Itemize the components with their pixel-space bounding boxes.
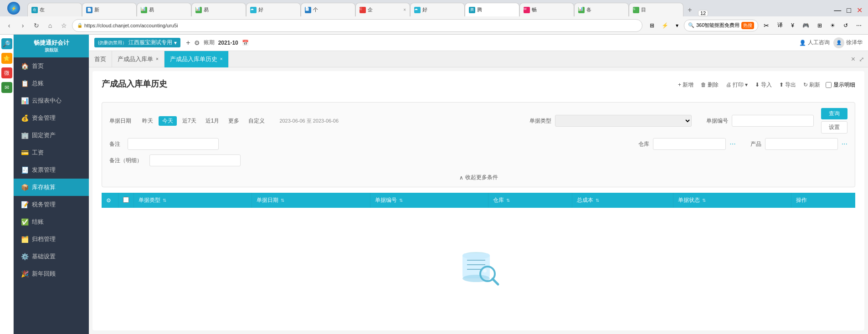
tab-10[interactable]: M 畅: [519, 3, 574, 16]
date-btn-more[interactable]: 更多: [225, 116, 243, 126]
new-tab-button[interactable]: +: [683, 4, 696, 16]
company-selector[interactable]: (勿删勿禁用） 江西服宝测试专用 ▾: [94, 38, 180, 47]
forward-button[interactable]: ›: [17, 20, 28, 31]
date-btn-custom[interactable]: 自定义: [245, 116, 268, 126]
history-button[interactable]: ↺: [841, 21, 851, 30]
url-bar[interactable]: 🔒 https://cloud.chanjet.com/accounting/u…: [72, 19, 642, 32]
import-button[interactable]: ⬇ 导入: [753, 80, 774, 90]
refresh-button[interactable]: ↻ 刷新: [801, 80, 822, 90]
select-all-checkbox[interactable]: [123, 197, 129, 203]
tab-6[interactable]: 📄 个: [301, 3, 355, 16]
page-tab-voucher-list[interactable]: 产成品入库单 ×: [112, 51, 164, 67]
note-detail-input[interactable]: [149, 154, 241, 166]
col-settings[interactable]: ⚙: [102, 193, 118, 208]
collapse-button[interactable]: ∧ 收起更多条件: [109, 171, 847, 181]
sidebar-item-home[interactable]: 🏠 首页: [14, 57, 89, 75]
tab-11[interactable]: 📊 各: [574, 3, 629, 16]
voucher-type-select[interactable]: [555, 115, 692, 127]
user-service-button[interactable]: 👤 人工咨询: [799, 39, 830, 46]
tab-1[interactable]: 在 在: [27, 3, 82, 16]
home-button[interactable]: ⌂: [45, 20, 56, 31]
sidebar-item-inventory[interactable]: 📦 库存核算: [14, 179, 89, 196]
user-profile[interactable]: 👤 徐泽华: [833, 37, 863, 48]
sidebar-item-payroll[interactable]: 💳 工资: [14, 144, 89, 161]
page-tab-voucher-history-close[interactable]: ×: [220, 57, 223, 62]
display-toggle[interactable]: 显示明细: [826, 81, 855, 89]
sidebar-item-ledger[interactable]: 📋 总账: [14, 75, 89, 92]
voucher-no-input[interactable]: [732, 115, 814, 127]
col-warehouse[interactable]: 仓库 ⇅: [488, 193, 572, 208]
filter-settings-button[interactable]: 设置: [821, 121, 847, 134]
warehouse-dots[interactable]: ···: [729, 140, 735, 148]
tab-5[interactable]: ☁ 好: [246, 3, 301, 16]
product-dots[interactable]: ···: [842, 140, 847, 148]
col-voucher-type[interactable]: 单据类型 ⇅: [134, 193, 252, 208]
col-voucher-date[interactable]: 单据日期 ⇅: [252, 193, 370, 208]
add-button[interactable]: + 新增: [676, 80, 695, 90]
panel-close-button[interactable]: ×: [851, 55, 855, 63]
col-checkbox[interactable]: [118, 193, 134, 208]
sidebar-item-settings[interactable]: ⚙️ 基础设置: [14, 248, 89, 265]
power-button[interactable]: ⚡: [659, 21, 671, 30]
sidebar-item-checkout[interactable]: ✅ 结账: [14, 213, 89, 231]
sidebar-item-invoice[interactable]: 🧾 发票管理: [14, 161, 89, 179]
app-icon-weibo[interactable]: 微: [1, 67, 12, 78]
window-maximize-button[interactable]: □: [845, 5, 853, 16]
dropdown-button[interactable]: ▾: [673, 21, 681, 30]
sidebar-item-archive[interactable]: 🗂️ 归档管理: [14, 231, 89, 248]
grid-button[interactable]: ⊞: [815, 21, 825, 30]
settings-menu-button[interactable]: ⋯: [853, 21, 864, 30]
page-tab-voucher-list-close[interactable]: ×: [156, 57, 159, 62]
date-btn-yesterday[interactable]: 昨天: [139, 116, 157, 126]
query-button[interactable]: 查询: [821, 108, 847, 119]
delete-button[interactable]: 🗑 删除: [699, 80, 720, 90]
extensions-button[interactable]: ⊞: [647, 21, 657, 30]
translate-button[interactable]: 译: [775, 21, 786, 30]
tab-2[interactable]: 📄 新: [82, 3, 137, 16]
currency-button[interactable]: ¥: [788, 21, 797, 30]
sidebar-item-assets[interactable]: 🏢 固定资产: [14, 127, 89, 144]
tab-7-close[interactable]: ×: [403, 7, 406, 12]
tab-3[interactable]: 📊 易: [137, 3, 191, 16]
calendar-icon[interactable]: 📅: [242, 40, 249, 46]
sidebar-item-reports[interactable]: 📊 云报表中心: [14, 92, 89, 109]
sidebar-item-newyear[interactable]: 🎉 新年回顾: [14, 265, 89, 283]
col-voucher-no[interactable]: 单据编号 ⇅: [370, 193, 488, 208]
add-company-button[interactable]: +: [186, 39, 190, 47]
date-btn-today[interactable]: 今天: [159, 116, 177, 126]
scissors-button[interactable]: ✂: [761, 21, 772, 30]
bookmark-button[interactable]: ☆: [58, 20, 69, 31]
sidebar-item-tax[interactable]: 📝 税务管理: [14, 196, 89, 213]
tab-9[interactable]: 腾 腾: [465, 3, 519, 16]
product-input[interactable]: [765, 138, 838, 150]
company-settings-button[interactable]: ⚙: [194, 39, 200, 46]
back-button[interactable]: ‹: [4, 20, 15, 31]
window-minimize-button[interactable]: —: [832, 5, 843, 16]
window-close-button[interactable]: ✕: [855, 4, 864, 16]
col-total-cost[interactable]: 总成本 ⇅: [572, 193, 673, 208]
panel-expand-button[interactable]: ⤢: [859, 56, 864, 63]
sidebar-item-funds[interactable]: 💰 资金管理: [14, 109, 89, 127]
browser-logo[interactable]: ⚡: [7, 2, 20, 15]
print-button[interactable]: 🖨 打印 ▾: [724, 80, 750, 90]
tab-4[interactable]: 📊 易: [191, 3, 246, 16]
export-button[interactable]: ⬆ 导出: [777, 80, 798, 90]
app-icon-mail[interactable]: ✉: [1, 82, 12, 93]
tab-12[interactable]: S 目: [629, 3, 683, 16]
search-bar[interactable]: 🔍 360智能抠图免费用 热搜: [684, 20, 758, 31]
refresh-button[interactable]: ↻: [31, 20, 42, 31]
date-btn-1month[interactable]: 近1月: [202, 116, 223, 126]
col-voucher-status[interactable]: 单据状态 ⇅: [673, 193, 791, 208]
display-checkbox[interactable]: [826, 82, 832, 88]
page-tab-voucher-history[interactable]: 产成品入库单历史 ×: [164, 51, 229, 67]
note-input[interactable]: [128, 138, 219, 150]
page-tab-home[interactable]: 首页: [89, 51, 112, 67]
warehouse-input[interactable]: [653, 138, 726, 150]
app-icon-star[interactable]: ⭐: [1, 53, 12, 64]
theme-button[interactable]: ☀: [827, 21, 838, 30]
game-button[interactable]: 🎮: [800, 21, 812, 30]
app-icon-main[interactable]: 🔎: [1, 38, 12, 49]
tab-7[interactable]: C 企 ×: [355, 3, 410, 16]
tab-8[interactable]: ☁ 好: [410, 3, 465, 16]
date-btn-7days[interactable]: 近7天: [179, 116, 200, 126]
